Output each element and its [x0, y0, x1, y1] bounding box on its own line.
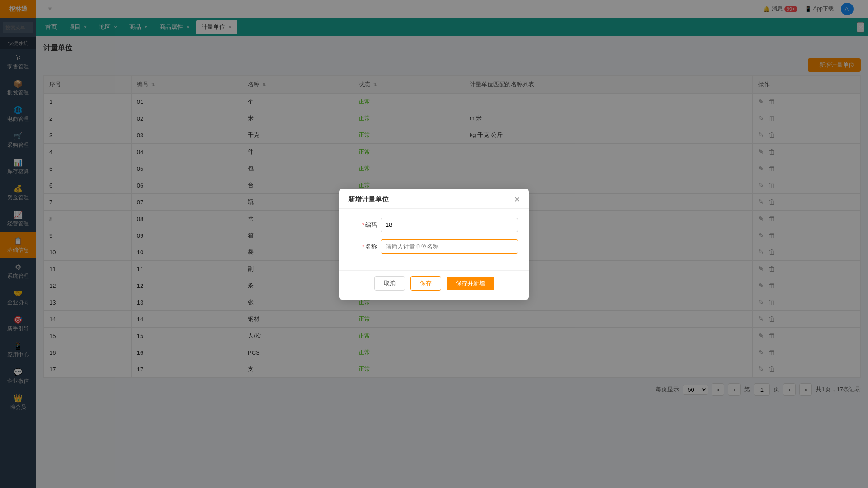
modal-footer: 取消 保存 保存并新增: [339, 270, 529, 300]
code-input[interactable]: [381, 218, 518, 232]
name-field-row: *名称: [350, 239, 518, 254]
cancel-button[interactable]: 取消: [374, 276, 405, 291]
add-unit-modal: 新增计量单位 ✕ *编码 *名称 取消 保存 保存并新增: [339, 189, 529, 300]
modal-header: 新增计量单位 ✕: [339, 189, 529, 209]
modal-title: 新增计量单位: [348, 195, 389, 204]
save-and-new-button[interactable]: 保存并新增: [447, 277, 494, 290]
modal-close-button[interactable]: ✕: [514, 195, 520, 204]
modal-body: *编码 *名称: [339, 209, 529, 270]
code-field-row: *编码: [350, 218, 518, 232]
save-button[interactable]: 保存: [410, 276, 441, 291]
code-label: *编码: [350, 221, 377, 229]
modal-overlay: 新增计量单位 ✕ *编码 *名称 取消 保存 保存并新增: [0, 0, 868, 488]
name-label: *名称: [350, 243, 377, 251]
name-input[interactable]: [381, 239, 518, 254]
